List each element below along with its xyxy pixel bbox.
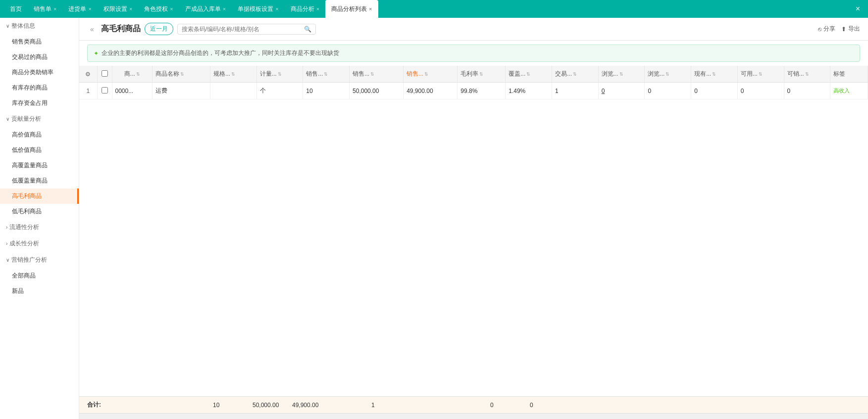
time-filter-button[interactable]: 近一月 — [145, 23, 173, 35]
table-footer: 合计: 10 50,000.00 49,900.00 1 0 0 — [79, 396, 868, 413]
info-icon: ✦ — [94, 50, 99, 57]
footer-current-stock: 0 — [487, 402, 527, 409]
col-gross-rate[interactable]: 毛利率⇅ — [458, 66, 506, 83]
footer-spacer3 — [408, 402, 448, 409]
top-nav: 首页 销售单 × 进货单 × 权限设置 × 角色授权 × 产成品入库单 × 单据… — [0, 0, 868, 18]
nav-inbound[interactable]: 产成品入库单 × — [179, 0, 232, 18]
cell-spec — [210, 83, 256, 99]
col-sales-amount[interactable]: 销售...⇅ — [350, 66, 404, 83]
close-template-tab[interactable]: × — [275, 6, 278, 12]
sidebar-item-traded-goods[interactable]: 交易过的商品 — [0, 49, 79, 65]
col-transactions[interactable]: 交易...⇅ — [552, 66, 598, 83]
sidebar-item-stock-capital[interactable]: 库存资金占用 — [0, 95, 79, 111]
select-all-checkbox[interactable] — [102, 70, 108, 77]
cell-sellable: 0 — [784, 83, 830, 99]
nav-home[interactable]: 首页 — [4, 0, 28, 18]
col-settings[interactable]: ⚙ — [79, 66, 97, 83]
horizontal-scrollbar[interactable] — [79, 413, 868, 419]
search-input[interactable] — [182, 26, 302, 33]
cell-views1[interactable]: 0 — [598, 83, 645, 99]
col-sales-qty[interactable]: 销售...⇅ — [303, 66, 350, 83]
col-available-stock[interactable]: 可用...⇅ — [737, 66, 784, 83]
col-sellable[interactable]: 可销...⇅ — [784, 66, 830, 83]
cell-code: 0000... — [112, 83, 153, 99]
collapse-sidebar-button[interactable]: « — [87, 24, 97, 34]
sidebar: ∨ 整体信息 销售类商品 交易过的商品 商品分类助销率 有库存的商品 库存资金占… — [0, 18, 79, 419]
cell-checkbox[interactable] — [97, 83, 112, 99]
footer-transactions: 1 — [368, 402, 408, 409]
nav-role[interactable]: 角色授权 × — [138, 0, 179, 18]
sidebar-item-all-goods[interactable]: 全部商品 — [0, 268, 79, 283]
cell-sales-amount: 50,000.00 — [350, 83, 404, 99]
sidebar-group-contribution[interactable]: ∨ 贡献量分析 — [0, 111, 79, 127]
col-unit[interactable]: 计量...⇅ — [256, 66, 303, 83]
cell-num: 1 — [79, 83, 97, 99]
sidebar-item-low-margin[interactable]: 低毛利商品 — [0, 204, 79, 219]
views1-link[interactable]: 0 — [602, 88, 605, 94]
group-arrow-growth: › — [6, 241, 7, 246]
cell-name: 运费 — [153, 83, 210, 99]
col-spec[interactable]: 规格...⇅ — [210, 66, 256, 83]
sidebar-group-marketing[interactable]: ∨ 营销推广分析 — [0, 252, 79, 268]
nav-product-analysis[interactable]: 商品分析 × — [285, 0, 325, 18]
footer-sales-cost: 49,900.00 — [289, 402, 329, 409]
sidebar-group-overall[interactable]: ∨ 整体信息 — [0, 18, 79, 34]
sidebar-item-category-assist[interactable]: 商品分类助销率 — [0, 65, 79, 80]
sidebar-item-high-value[interactable]: 高价值商品 — [0, 127, 79, 142]
export-button[interactable]: ⬆ 导出 — [841, 25, 860, 33]
col-views1[interactable]: 浏览...⇅ — [598, 66, 645, 83]
nav-purchase[interactable]: 进货单 × — [62, 0, 97, 18]
sidebar-group-flow[interactable]: › 流通性分析 — [0, 219, 79, 235]
search-icon[interactable]: 🔍 — [304, 26, 311, 33]
sidebar-item-sales-goods[interactable]: 销售类商品 — [0, 34, 79, 49]
sidebar-item-new-goods[interactable]: 新品 — [0, 283, 79, 299]
close-purchase-tab[interactable]: × — [88, 6, 91, 12]
group-arrow-contribution: ∨ — [6, 116, 9, 122]
main-layout: ∨ 整体信息 销售类商品 交易过的商品 商品分类助销率 有库存的商品 库存资金占… — [0, 18, 868, 419]
content-area: « 高毛利商品 近一月 🔍 ⎋ 分享 ⬆ 导出 ✦ 企业的主要的利润都是这部 — [79, 18, 868, 419]
nav-permission[interactable]: 权限设置 × — [98, 0, 138, 18]
share-button[interactable]: ⎋ 分享 — [818, 25, 835, 33]
settings-icon[interactable]: ⚙ — [85, 71, 91, 78]
footer-spacer4 — [448, 402, 487, 409]
nav-analysis-list[interactable]: 商品分析列表 × — [325, 0, 378, 18]
col-code[interactable]: 商...⇅ — [112, 66, 153, 83]
cell-unit: 个 — [256, 83, 303, 99]
close-sales-tab[interactable]: × — [53, 6, 56, 12]
footer-spacer2 — [329, 402, 368, 409]
col-views2[interactable]: 浏览...⇅ — [645, 66, 691, 83]
close-product-analysis-tab[interactable]: × — [316, 6, 319, 12]
close-role-tab[interactable]: × — [170, 6, 173, 12]
col-current-stock[interactable]: 现有...⇅ — [691, 66, 738, 83]
sidebar-item-low-value[interactable]: 低价值商品 — [0, 142, 79, 158]
cell-available-stock: 0 — [737, 83, 784, 99]
data-table-wrapper[interactable]: ⚙ 商...⇅ 商品名称⇅ 规格...⇅ — [79, 66, 868, 396]
close-inbound-tab[interactable]: × — [223, 6, 226, 12]
row-checkbox[interactable] — [102, 87, 108, 93]
sidebar-group-growth[interactable]: › 成长性分析 — [0, 235, 79, 252]
col-sales-cost[interactable]: 销售...⇅ — [404, 66, 458, 83]
col-tag[interactable]: 标签 — [830, 66, 868, 83]
close-permission-tab[interactable]: × — [129, 6, 132, 12]
close-window-button[interactable]: × — [852, 4, 864, 13]
sidebar-item-high-margin[interactable]: 高毛利商品 — [0, 188, 79, 204]
sidebar-item-high-coverage[interactable]: 高覆盖量商品 — [0, 158, 79, 173]
cell-transactions: 1 — [552, 83, 598, 99]
cell-coverage: 1.49% — [506, 83, 552, 99]
cell-gross-rate: 99.8% — [458, 83, 506, 99]
col-name[interactable]: 商品名称⇅ — [153, 66, 210, 83]
sidebar-item-low-coverage[interactable]: 低覆盖量商品 — [0, 173, 79, 188]
cell-sales-cost: 49,900.00 — [404, 83, 458, 99]
sidebar-item-stock-goods[interactable]: 有库存的商品 — [0, 80, 79, 95]
nav-sales[interactable]: 销售单 × — [28, 0, 62, 18]
nav-template[interactable]: 单据模板设置 × — [232, 0, 284, 18]
col-checkbox[interactable] — [97, 66, 112, 83]
group-arrow-overall: ∨ — [6, 23, 9, 29]
col-coverage[interactable]: 覆盖...⇅ — [506, 66, 552, 83]
footer-label: 合计: — [87, 401, 101, 409]
footer-available-stock: 0 — [527, 402, 566, 409]
footer-values: 10 50,000.00 49,900.00 1 0 0 — [111, 402, 860, 409]
data-table: ⚙ 商...⇅ 商品名称⇅ 规格...⇅ — [79, 66, 868, 99]
close-analysis-list-tab[interactable]: × — [369, 6, 372, 12]
cell-sales-qty: 10 — [303, 83, 350, 99]
